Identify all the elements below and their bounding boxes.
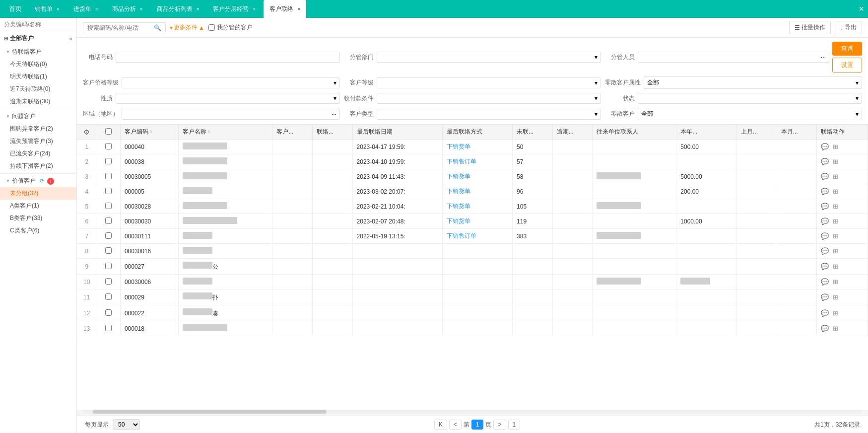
my-customers-filter[interactable]: 我分管的客户 [208, 23, 253, 32]
comment-icon[interactable]: 💬 [821, 232, 829, 240]
sidebar-group-pending[interactable]: ▼ 待联络客户 [0, 46, 76, 58]
apps-icon[interactable]: ⊞ [833, 203, 838, 210]
sidebar-item-class-c[interactable]: C类客户(6) [0, 224, 76, 237]
row-checkbox[interactable] [105, 217, 112, 224]
last-method-link[interactable]: 下销售订单 [447, 158, 476, 165]
payment-select[interactable]: ▾ [377, 93, 601, 104]
sidebar-item-declining[interactable]: 持续下滑客户(2) [0, 160, 76, 172]
row-checkbox[interactable] [105, 232, 112, 239]
export-button[interactable]: ↓ 导出 [835, 21, 862, 34]
row-checkbox[interactable] [105, 263, 112, 269]
reset-button[interactable]: 设置 [832, 58, 862, 72]
customer-level-select[interactable]: ▾ [377, 77, 601, 88]
last-method-link[interactable]: 下销货单 [447, 173, 470, 180]
sidebar-all-customers[interactable]: ⊞ 全部客户 « [0, 31, 76, 46]
sidebar-item-class-a[interactable]: A类客户(1) [0, 200, 76, 212]
nav-tab-customer-contact[interactable]: 客户联络 × [264, 0, 306, 18]
phone-input[interactable] [116, 52, 340, 63]
apps-icon[interactable]: ⊞ [833, 263, 838, 270]
region-select[interactable]: ··· [122, 109, 340, 120]
apps-icon[interactable]: ⊞ [833, 188, 838, 195]
sidebar-group-problem[interactable]: ▼ 问题客户 [0, 110, 76, 123]
apps-icon[interactable]: ⊞ [833, 309, 838, 317]
apps-icon[interactable]: ⊞ [833, 158, 838, 165]
sidebar-item-abnormal[interactable]: 囤购异常客户(2) [0, 123, 76, 135]
row-checkbox[interactable] [105, 173, 112, 179]
apps-icon[interactable]: ⊞ [833, 173, 838, 180]
nav-tab-purchase-close[interactable]: × [95, 6, 98, 12]
nature-select[interactable]: ▾ [116, 93, 340, 104]
my-customers-checkbox[interactable] [208, 24, 215, 31]
row-checkbox[interactable] [105, 203, 112, 209]
refresh-icon[interactable]: ⟳ [40, 178, 44, 184]
comment-icon[interactable]: 💬 [821, 188, 829, 195]
row-checkbox[interactable] [105, 247, 112, 254]
nav-tab-sales-close[interactable]: × [57, 6, 60, 12]
comment-icon[interactable]: 💬 [821, 217, 829, 225]
nav-tab-analysis-list[interactable]: 商品分析列表 × [151, 0, 205, 18]
last-method-link[interactable]: 下销货单 [447, 217, 470, 224]
sidebar-item-churned[interactable]: 已流失客户(24) [0, 147, 76, 160]
nav-home[interactable]: 首页 [4, 0, 27, 18]
retail-attr-select[interactable]: 全部▾ [644, 76, 862, 89]
first-page-button[interactable]: K [434, 420, 447, 430]
last-method-link[interactable]: 下销货单 [447, 143, 470, 150]
row-checkbox[interactable] [105, 278, 112, 285]
retail-customer-select[interactable]: 全部▾ [638, 108, 862, 120]
comment-icon[interactable]: 💬 [821, 293, 829, 301]
sidebar-item-unclassified[interactable]: 未分组(32) [0, 187, 76, 200]
nav-tab-customer-segment[interactable]: 客户分层经营 × [207, 0, 262, 18]
nav-tab-customer-contact-close[interactable]: × [297, 6, 300, 12]
apps-icon[interactable]: ⊞ [833, 232, 838, 240]
sidebar-item-churn-warning[interactable]: 流失预警客户(3) [0, 135, 76, 147]
comment-icon[interactable]: 💬 [821, 278, 829, 286]
comment-icon[interactable]: 💬 [821, 143, 829, 150]
apps-icon[interactable]: ⊞ [833, 143, 838, 150]
nav-tab-sales[interactable]: 销售单 × [29, 0, 66, 18]
prev-page-button[interactable]: < [449, 420, 462, 430]
last-method-link[interactable]: 下销售订单 [447, 232, 476, 239]
comment-icon[interactable]: 💬 [821, 247, 829, 255]
row-checkbox[interactable] [105, 143, 112, 149]
settings-button[interactable]: ⚙ [83, 128, 90, 136]
comment-icon[interactable]: 💬 [821, 309, 829, 317]
apps-icon[interactable]: ⊞ [833, 247, 838, 255]
price-level-select[interactable]: ▾ [122, 77, 340, 88]
nav-tab-purchase[interactable]: 进货单 × [67, 0, 104, 18]
sidebar-item-class-b[interactable]: B类客户(33) [0, 212, 76, 224]
next-page-button[interactable]: > [493, 420, 506, 430]
page-size-select[interactable]: 50 100 200 [113, 419, 140, 430]
nav-tab-analysis[interactable]: 商品分析 × [106, 0, 149, 18]
comment-icon[interactable]: 💬 [821, 263, 829, 270]
manager-select[interactable]: ··· [638, 52, 829, 63]
search-icon[interactable]: 🔍 [154, 24, 161, 31]
sidebar-collapse-icon[interactable]: « [69, 35, 72, 42]
last-method-link[interactable]: 下销货单 [447, 188, 470, 195]
sidebar-item-tomorrow[interactable]: 明天待联络(1) [0, 71, 76, 83]
apps-icon[interactable]: ⊞ [833, 293, 838, 301]
nav-tab-customer-segment-close[interactable]: × [253, 6, 256, 12]
search-input[interactable] [87, 24, 152, 31]
last-method-link[interactable]: 下销货单 [447, 203, 470, 210]
sidebar-item-overdue-contact[interactable]: 逾期未联络(30) [0, 95, 76, 108]
status-select[interactable]: ▾ [638, 93, 862, 104]
scrollbar-thumb[interactable] [93, 410, 327, 414]
customer-type-select[interactable]: ▾ [377, 109, 601, 120]
apps-icon[interactable]: ⊞ [833, 278, 838, 286]
row-checkbox[interactable] [105, 293, 112, 300]
window-close-icon[interactable]: × [859, 4, 864, 14]
batch-ops-button[interactable]: ☰ 批量操作 [789, 21, 831, 34]
more-conditions-btn[interactable]: ▾ 更多条件 ▲ [170, 23, 204, 32]
select-all-checkbox[interactable] [105, 128, 112, 135]
row-checkbox[interactable] [105, 158, 112, 164]
comment-icon[interactable]: 💬 [821, 173, 829, 180]
last-page-button[interactable]: 1 [508, 420, 521, 430]
apps-icon[interactable]: ⊞ [833, 325, 838, 332]
comment-icon[interactable]: 💬 [821, 203, 829, 210]
sidebar-item-7days[interactable]: 近7天待联络(0) [0, 83, 76, 95]
comment-icon[interactable]: 💬 [821, 158, 829, 165]
nav-tab-analysis-list-close[interactable]: × [197, 6, 200, 12]
apps-icon[interactable]: ⊞ [833, 217, 838, 225]
nav-tab-analysis-close[interactable]: × [140, 6, 143, 12]
query-button[interactable]: 查询 [832, 42, 862, 56]
